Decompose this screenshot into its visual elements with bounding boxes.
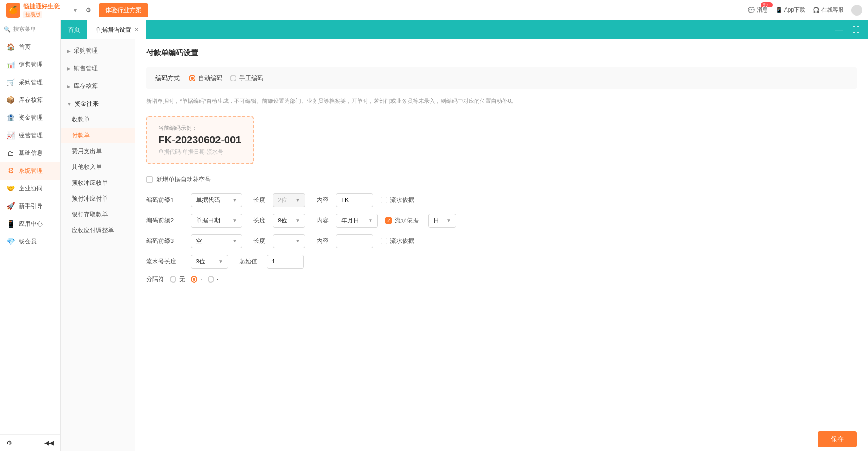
prefix3-length-select[interactable]: ▼ — [273, 234, 305, 248]
inventory-icon: 📦 — [7, 96, 15, 104]
prefix2-length-select[interactable]: 8位 ▼ — [273, 214, 305, 228]
company-dropdown[interactable]: ▼ — [73, 7, 78, 13]
auto-fill-checkbox[interactable] — [146, 176, 153, 183]
prefix2-select[interactable]: 单据日期 ▼ — [191, 214, 242, 228]
logo-icon: 🍊 — [6, 3, 20, 18]
arrow-inventory: ▶ — [67, 84, 71, 89]
serial-length-select[interactable]: 3位 ▼ — [191, 255, 228, 269]
sidebar-item-purchase[interactable]: 🛒 采购管理 — [0, 74, 60, 91]
prefix2-serial-check: 流水依据 — [385, 216, 419, 225]
message-badge: 99+ — [761, 2, 773, 7]
member-icon: 💎 — [7, 237, 15, 246]
preview-code: FK-20230602-001 — [158, 134, 242, 146]
page-main: 付款单编码设置 编码方式 自动编码 手工编码 — [135, 39, 868, 427]
app-download[interactable]: 📱 App下载 — [775, 6, 805, 14]
prefix2-content-select[interactable]: 年月日 ▼ — [336, 214, 378, 228]
sidebar-item-system[interactable]: ⚙ 系统管理 — [0, 162, 60, 180]
prefix3-serial-check: 流水依据 — [381, 237, 414, 245]
sidebar-item-home[interactable]: 🏠 首页 — [0, 38, 60, 56]
sub-menu-expense[interactable]: 费用支出单 — [61, 143, 135, 159]
sidebar-bottom: ⚙ ◀◀ — [0, 434, 60, 451]
sub-menu-bank-deposit[interactable]: 银行存取款单 — [61, 207, 135, 222]
sub-menu-header-capital[interactable]: ▼ 资金往来 — [61, 96, 135, 112]
search-icon: 🔍 — [4, 26, 11, 33]
prefix1-serial-check: 流水依据 — [381, 196, 414, 204]
sidebar-search[interactable]: 🔍 搜索菜单 — [0, 20, 60, 38]
sep-dot-radio[interactable] — [191, 276, 197, 283]
sidebar-item-guide[interactable]: 🚀 新手引导 — [0, 197, 60, 215]
trial-button[interactable]: 体验行业方案 — [99, 3, 148, 17]
sep-dot-option[interactable]: · — [191, 276, 202, 283]
sidebar-item-sales[interactable]: 📊 销售管理 — [0, 56, 60, 74]
tab-maximize-icon[interactable]: ⛶ — [849, 23, 862, 36]
sub-menu-sales: ▶ 销售管理 — [61, 61, 135, 76]
sub-menu-header-inventory[interactable]: ▶ 库存核算 — [61, 78, 135, 94]
sep-dash-radio[interactable] — [208, 276, 214, 283]
sidebar-item-apps[interactable]: 📱 应用中心 — [0, 215, 60, 233]
prefix1-content-label: 内容 — [316, 196, 329, 204]
sidebar-item-coop[interactable]: 🤝 企业协同 — [0, 180, 60, 197]
preview-label: 当前编码示例： — [158, 124, 242, 132]
sub-menu-header-sales[interactable]: ▶ 销售管理 — [61, 61, 135, 76]
prefix1-select[interactable]: 单据代码 ▼ — [191, 193, 242, 207]
sidebar: 🔍 搜索菜单 🏠 首页 📊 销售管理 🛒 采购管理 📦 库存核算 🏦 资金管理 … — [0, 20, 61, 451]
save-bar: 保存 — [135, 427, 868, 451]
prefix2-period-select[interactable]: 日 ▼ — [428, 214, 456, 228]
prefix3-content-input[interactable] — [336, 234, 373, 248]
auto-code-option[interactable]: 自动编码 — [189, 74, 222, 82]
online-service[interactable]: 🎧 在线客服 — [813, 6, 844, 14]
settings-bottom-icon[interactable]: ⚙ — [7, 439, 12, 446]
main-layout: 🔍 搜索菜单 🏠 首页 📊 销售管理 🛒 采购管理 📦 库存核算 🏦 资金管理 … — [0, 20, 868, 451]
prefix3-serial-checkbox[interactable] — [381, 238, 387, 244]
serial-row: 流水号长度 3位 ▼ 起始值 — [146, 255, 857, 269]
message-icon: 💬 — [748, 7, 755, 13]
tab-minimize-icon[interactable]: — — [833, 23, 846, 36]
user-avatar[interactable] — [851, 5, 862, 16]
sub-menu-header-purchase[interactable]: ▶ 采购管理 — [61, 43, 135, 59]
preview-sub: 单据代码-单据日期-流水号 — [158, 148, 242, 156]
sidebar-item-basic[interactable]: 🗂 基础信息 — [0, 144, 60, 162]
manual-code-radio[interactable] — [230, 75, 236, 81]
sub-menu-receipts[interactable]: 收款单 — [61, 112, 135, 128]
sidebar-item-inventory[interactable]: 📦 库存核算 — [0, 91, 60, 109]
message-area[interactable]: 💬 消息 99+ — [748, 6, 768, 14]
main-page-wrapper: 付款单编码设置 编码方式 自动编码 手工编码 — [135, 39, 868, 451]
top-header: 🍊 畅捷通好生意 捷易版 ▼ ⚙ 体验行业方案 💬 消息 99+ 📱 App下载… — [0, 0, 868, 20]
sidebar-item-finance[interactable]: 🏦 资金管理 — [0, 109, 60, 127]
sub-menu-other-income[interactable]: 其他收入单 — [61, 159, 135, 175]
sub-menu-prepay-pay[interactable]: 预付冲应付单 — [61, 191, 135, 207]
purchase-icon: 🛒 — [7, 78, 15, 87]
prefix1-length-label: 长度 — [253, 196, 265, 204]
manual-code-option[interactable]: 手工编码 — [230, 74, 263, 82]
auto-code-radio[interactable] — [189, 75, 195, 81]
sidebar-item-operations[interactable]: 📈 经营管理 — [0, 127, 60, 144]
sep-none-radio[interactable] — [170, 276, 176, 283]
operations-icon: 📈 — [7, 131, 15, 140]
tab-home[interactable]: 首页 — [61, 20, 87, 39]
tab-close-icon[interactable]: × — [135, 27, 138, 33]
prefix1-content-input[interactable] — [336, 193, 373, 207]
guide-icon: 🚀 — [7, 202, 15, 210]
sub-menu-payment[interactable]: 付款单 — [61, 128, 135, 143]
prefix3-select[interactable]: 空 ▼ — [191, 234, 242, 248]
logo-area: 🍊 畅捷通好生意 捷易版 — [6, 2, 60, 18]
tab-encoding[interactable]: 单据编码设置 × — [87, 20, 146, 39]
prefix1-length-select[interactable]: 2位 ▼ — [273, 193, 305, 207]
start-value-input[interactable] — [267, 255, 304, 269]
page-title: 付款单编码设置 — [146, 48, 857, 58]
prefix-row-1: 编码前缀1 单据代码 ▼ 长度 2位 ▼ 内容 — [146, 193, 857, 207]
sep-dash-option[interactable]: · — [208, 276, 219, 283]
settings-icon[interactable]: ⚙ — [82, 4, 95, 17]
prefix2-length-label: 长度 — [253, 216, 265, 225]
sub-menu-inventory: ▶ 库存核算 — [61, 78, 135, 94]
sidebar-item-member[interactable]: 💎 畅会员 — [0, 233, 60, 250]
sep-none-option[interactable]: 无 — [170, 275, 185, 283]
collapse-icon[interactable]: ◀◀ — [44, 439, 54, 446]
sub-menu-capital: ▼ 资金往来 收款单 付款单 费用支出单 其他收入单 预收冲应收单 预付冲应付单… — [61, 96, 135, 238]
prefix2-serial-checkbox[interactable] — [385, 217, 392, 224]
prefix1-serial-checkbox[interactable] — [381, 197, 387, 203]
sub-menu-prepay-recv[interactable]: 预收冲应收单 — [61, 175, 135, 191]
save-button[interactable]: 保存 — [818, 431, 857, 447]
sub-sidebar: ▶ 采购管理 ▶ 销售管理 ▶ 库存核算 — [61, 39, 135, 451]
sub-menu-adj[interactable]: 应收应付调整单 — [61, 222, 135, 238]
